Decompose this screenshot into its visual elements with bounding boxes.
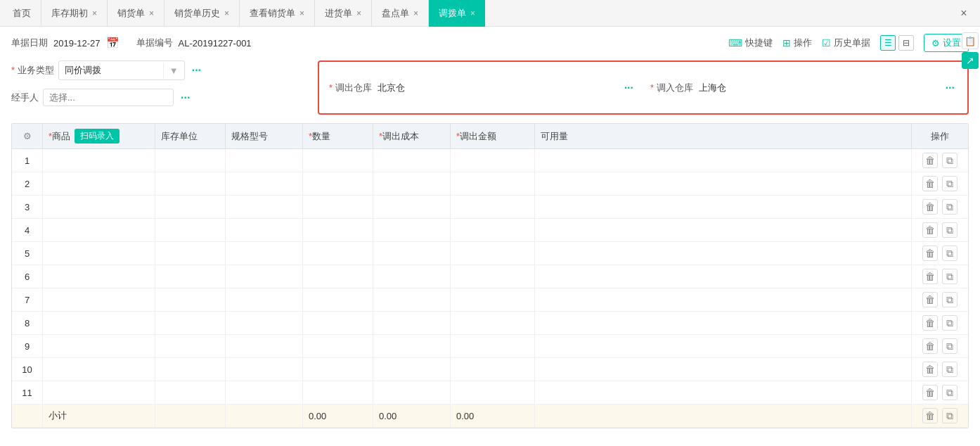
- row-cost-9[interactable]: [373, 335, 451, 357]
- tab-inventory-count-close[interactable]: ×: [413, 8, 418, 18]
- row-qty-1[interactable]: [303, 149, 373, 172]
- row-spec-8[interactable]: [226, 312, 303, 334]
- row-amount-4[interactable]: [451, 219, 535, 241]
- row-cost-7[interactable]: [373, 288, 451, 311]
- tab-purchase-order-close[interactable]: ×: [356, 8, 361, 18]
- row-product-4[interactable]: [43, 219, 155, 241]
- row-copy-btn-7[interactable]: ⧉: [942, 292, 958, 307]
- row-cost-11[interactable]: [373, 381, 451, 404]
- tab-transfer-order-close[interactable]: ×: [470, 8, 475, 18]
- row-unit-11[interactable]: [155, 381, 226, 404]
- tab-inventory-count[interactable]: 盘点单 ×: [372, 0, 429, 27]
- row-spec-4[interactable]: [226, 219, 303, 241]
- row-cost-4[interactable]: [373, 219, 451, 241]
- row-amount-5[interactable]: [451, 242, 535, 265]
- row-amount-8[interactable]: [451, 312, 535, 334]
- row-unit-2[interactable]: [155, 172, 226, 195]
- tab-sales-history-close[interactable]: ×: [224, 8, 229, 18]
- row-spec-9[interactable]: [226, 335, 303, 357]
- column-settings-button[interactable]: ⚙: [12, 124, 43, 148]
- row-qty-10[interactable]: [303, 358, 373, 381]
- row-unit-7[interactable]: [155, 288, 226, 311]
- row-spec-5[interactable]: [226, 242, 303, 265]
- sidebar-note-button[interactable]: 📋: [962, 32, 979, 49]
- row-qty-7[interactable]: [303, 288, 373, 311]
- tab-inventory-init-close[interactable]: ×: [92, 8, 97, 18]
- operation-button[interactable]: ⊞ 操作: [782, 37, 812, 49]
- row-delete-btn-10[interactable]: 🗑: [922, 362, 938, 377]
- row-delete-btn-4[interactable]: 🗑: [922, 222, 938, 238]
- row-product-10[interactable]: [43, 358, 155, 381]
- row-cost-6[interactable]: [373, 265, 451, 288]
- row-delete-btn-5[interactable]: 🗑: [922, 246, 938, 261]
- tab-home[interactable]: 首页: [3, 0, 41, 27]
- row-qty-9[interactable]: [303, 335, 373, 357]
- row-product-9[interactable]: [43, 335, 155, 357]
- row-cost-1[interactable]: [373, 149, 451, 172]
- row-cost-10[interactable]: [373, 358, 451, 381]
- row-spec-2[interactable]: [226, 172, 303, 195]
- row-amount-9[interactable]: [451, 335, 535, 357]
- target-warehouse-value[interactable]: 上海仓: [699, 82, 726, 94]
- tab-sales-history[interactable]: 销货单历史 ×: [165, 0, 240, 27]
- row-delete-btn-9[interactable]: 🗑: [922, 338, 938, 354]
- layout-list-button[interactable]: ☰: [880, 35, 896, 51]
- row-copy-btn-10[interactable]: ⧉: [942, 362, 958, 377]
- row-unit-1[interactable]: [155, 149, 226, 172]
- tab-view-sales-close[interactable]: ×: [299, 8, 304, 18]
- tab-inventory-init[interactable]: 库存期初 ×: [41, 0, 108, 27]
- row-product-3[interactable]: [43, 196, 155, 218]
- subtotal-delete-btn[interactable]: 🗑: [922, 408, 938, 423]
- row-spec-3[interactable]: [226, 196, 303, 218]
- row-copy-btn-9[interactable]: ⧉: [942, 338, 958, 354]
- row-copy-btn-2[interactable]: ⧉: [942, 176, 958, 191]
- row-delete-btn-3[interactable]: 🗑: [922, 199, 938, 215]
- sidebar-export-button[interactable]: ↗: [962, 52, 979, 69]
- shortcut-button[interactable]: ⌨ 快捷键: [728, 37, 773, 49]
- row-amount-6[interactable]: [451, 265, 535, 288]
- row-delete-btn-1[interactable]: 🗑: [922, 153, 938, 168]
- row-copy-btn-8[interactable]: ⧉: [942, 315, 958, 331]
- row-qty-8[interactable]: [303, 312, 373, 334]
- row-spec-10[interactable]: [226, 358, 303, 381]
- row-product-1[interactable]: [43, 149, 155, 172]
- row-product-8[interactable]: [43, 312, 155, 334]
- row-spec-11[interactable]: [226, 381, 303, 404]
- tab-view-sales[interactable]: 查看销货单 ×: [240, 0, 315, 27]
- row-product-6[interactable]: [43, 265, 155, 288]
- row-unit-4[interactable]: [155, 219, 226, 241]
- row-qty-4[interactable]: [303, 219, 373, 241]
- row-spec-1[interactable]: [226, 149, 303, 172]
- row-unit-5[interactable]: [155, 242, 226, 265]
- tab-sales-order-close[interactable]: ×: [149, 8, 154, 18]
- row-delete-btn-2[interactable]: 🗑: [922, 176, 938, 191]
- row-unit-10[interactable]: [155, 358, 226, 381]
- row-product-2[interactable]: [43, 172, 155, 195]
- row-qty-5[interactable]: [303, 242, 373, 265]
- row-cost-3[interactable]: [373, 196, 451, 218]
- business-type-more-btn[interactable]: ···: [189, 64, 204, 77]
- subtotal-copy-btn[interactable]: ⧉: [942, 408, 958, 423]
- row-copy-btn-3[interactable]: ⧉: [942, 199, 958, 215]
- row-qty-11[interactable]: [303, 381, 373, 404]
- row-unit-9[interactable]: [155, 335, 226, 357]
- row-unit-3[interactable]: [155, 196, 226, 218]
- row-delete-btn-6[interactable]: 🗑: [922, 269, 938, 284]
- row-cost-5[interactable]: [373, 242, 451, 265]
- layout-grid-button[interactable]: ⊟: [898, 35, 914, 51]
- calendar-icon[interactable]: 📅: [106, 37, 120, 49]
- row-cost-2[interactable]: [373, 172, 451, 195]
- row-spec-6[interactable]: [226, 265, 303, 288]
- row-amount-2[interactable]: [451, 172, 535, 195]
- source-warehouse-value[interactable]: 北京仓: [378, 82, 405, 94]
- row-copy-btn-11[interactable]: ⧉: [942, 385, 958, 400]
- row-amount-10[interactable]: [451, 358, 535, 381]
- row-unit-8[interactable]: [155, 312, 226, 334]
- row-copy-btn-6[interactable]: ⧉: [942, 269, 958, 284]
- tab-transfer-order[interactable]: 调拨单 ×: [429, 0, 485, 27]
- row-qty-2[interactable]: [303, 172, 373, 195]
- business-type-value[interactable]: 同价调拨: [59, 61, 163, 79]
- tab-sales-order[interactable]: 销货单 ×: [108, 0, 165, 27]
- row-product-5[interactable]: [43, 242, 155, 265]
- history-button[interactable]: ☑ 历史单据: [822, 37, 870, 49]
